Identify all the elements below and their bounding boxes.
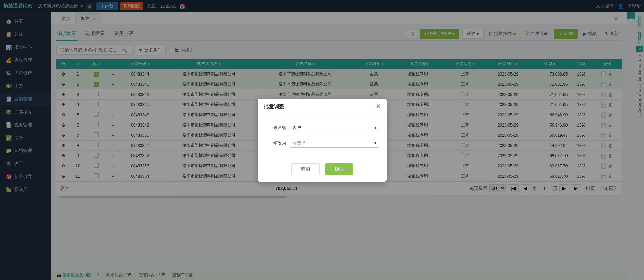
modal-cancel-btn[interactable]: 取消 <box>291 163 320 175</box>
modify-item-value: 客户 <box>292 125 301 131</box>
modify-to-label: 修改为 <box>266 140 286 146</box>
modal-body: 修改项 客户 ▾ 修改为 请选择 ▾ <box>258 115 387 159</box>
modal-header: 批量调整 ✕ <box>258 99 387 115</box>
modify-item-select[interactable]: 客户 ▾ <box>290 123 379 132</box>
modal-confirm-btn[interactable]: 确认 <box>325 163 353 175</box>
modify-to-row: 修改为 请选择 ▾ <box>266 138 379 148</box>
modal-overlay: 批量调整 ✕ 修改项 客户 ▾ 修改为 请选择 ▾ 取消 确认 <box>0 0 644 280</box>
modal-title: 批量调整 <box>264 103 284 110</box>
modify-item-row: 修改项 客户 ▾ <box>266 123 379 132</box>
modify-to-placeholder: 请选择 <box>292 140 306 146</box>
modify-to-select[interactable]: 请选择 ▾ <box>290 138 379 148</box>
modify-item-label: 修改项 <box>266 125 286 131</box>
batch-adjust-modal: 批量调整 ✕ 修改项 客户 ▾ 修改为 请选择 ▾ 取消 确认 <box>258 99 387 182</box>
modify-item-dropdown-icon: ▾ <box>374 125 377 130</box>
modal-close-btn[interactable]: ✕ <box>376 103 381 110</box>
modal-footer: 取消 确认 <box>258 159 387 182</box>
modify-to-dropdown-icon: ▾ <box>374 140 377 145</box>
